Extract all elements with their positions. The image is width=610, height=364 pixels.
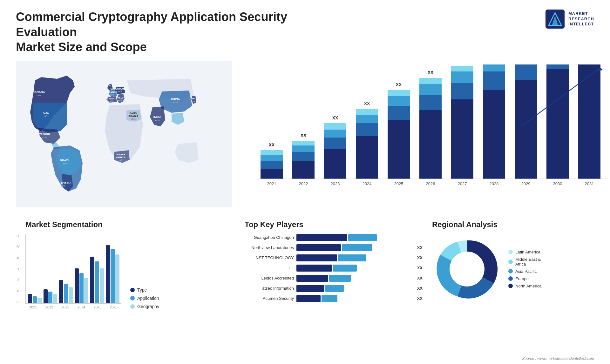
- svg-text:XX: XX: [396, 82, 402, 87]
- svg-text:xx%: xx%: [60, 185, 65, 187]
- key-players-section: Top Key Players Guangzhou Chinagdn North…: [241, 217, 426, 312]
- regional-title: Regional Analysis: [432, 220, 610, 229]
- svg-text:XX: XX: [269, 142, 275, 147]
- player-bar-dark: [296, 234, 347, 241]
- svg-text:xx%: xx%: [108, 100, 112, 102]
- dot-middle-east: [508, 260, 513, 264]
- svg-text:SOUTH: SOUTH: [116, 153, 125, 156]
- svg-rect-46: [292, 145, 315, 152]
- svg-text:xx%: xx%: [107, 87, 111, 90]
- svg-text:U.S.: U.S.: [43, 111, 49, 114]
- svg-text:FRANCE: FRANCE: [107, 91, 118, 94]
- brand-logo-text: MARKET RESEARCH INTELLECT: [568, 11, 594, 27]
- page-container: Commercial Cryptography Application Secu…: [0, 0, 610, 364]
- svg-text:2025: 2025: [394, 181, 403, 186]
- svg-rect-52: [324, 130, 346, 138]
- donut-chart-svg: [432, 234, 502, 304]
- svg-rect-82: [483, 71, 505, 90]
- bottom-right-area: Top Key Players Guangzhou Chinagdn North…: [238, 217, 610, 312]
- svg-rect-41: [261, 150, 283, 155]
- svg-rect-58: [356, 115, 378, 123]
- svg-point-103: [450, 252, 485, 286]
- svg-rect-77: [451, 66, 473, 71]
- svg-text:2022: 2022: [299, 181, 308, 186]
- svg-text:2028: 2028: [490, 181, 499, 186]
- svg-rect-56: [356, 136, 378, 179]
- svg-rect-69: [419, 95, 442, 110]
- logo-block: MARKET RESEARCH INTELLECT: [546, 10, 594, 29]
- svg-rect-64: [388, 96, 410, 106]
- svg-rect-62: [388, 120, 410, 179]
- donut-legend: Latin America Middle East &Africa Asia P…: [508, 250, 541, 288]
- svg-text:2024: 2024: [363, 181, 372, 186]
- svg-rect-40: [261, 155, 283, 161]
- svg-rect-68: [419, 110, 442, 179]
- dot-asia-pacific: [508, 269, 513, 273]
- player-row-atsec: atsec Information XX: [245, 285, 423, 292]
- source-text: Source : www.marketresearchintellect.com: [522, 356, 594, 361]
- svg-text:AFRICA: AFRICA: [116, 156, 125, 159]
- trend-arrow-svg: [518, 64, 607, 128]
- svg-text:CANADA: CANADA: [33, 91, 45, 94]
- key-players-title: Top Key Players: [245, 220, 423, 229]
- svg-rect-65: [388, 90, 410, 96]
- svg-text:2029: 2029: [521, 181, 531, 186]
- legend-item-type: Type: [130, 287, 159, 293]
- player-row-guangzhou: Guangzhou Chinagdn: [245, 234, 423, 241]
- player-row-leidos: Leidos Accredited XX: [245, 275, 423, 282]
- svg-text:JAPAN: JAPAN: [189, 97, 198, 100]
- svg-text:U.K.: U.K.: [107, 84, 112, 87]
- bar-chart-section: XX 2021 XX 2022 XX: [238, 61, 610, 211]
- svg-rect-81: [483, 90, 505, 179]
- donut-container: Latin America Middle East &Africa Asia P…: [432, 234, 610, 304]
- svg-text:xx%: xx%: [131, 118, 135, 120]
- svg-rect-38: [261, 169, 283, 179]
- regional-section: Regional Analysis: [429, 217, 610, 312]
- svg-text:2027: 2027: [458, 181, 467, 186]
- legend-item-geography: Geography: [130, 304, 159, 309]
- legend-europe: Europe: [508, 276, 541, 281]
- player-row-northview: Northview Laboratories XX: [245, 244, 423, 251]
- svg-rect-45: [292, 152, 315, 161]
- brand-logo-icon: [546, 10, 565, 29]
- svg-text:xx%: xx%: [63, 162, 67, 165]
- svg-text:XX: XX: [301, 133, 307, 138]
- svg-rect-53: [324, 123, 346, 130]
- segmentation-section: Market Segmentation 0 10 20 30 40 50 60: [16, 217, 232, 312]
- svg-text:2026: 2026: [426, 181, 435, 186]
- svg-text:xx%: xx%: [118, 99, 122, 102]
- player-row-nst: NST TECHNOLOGY XX: [245, 254, 423, 261]
- svg-rect-70: [419, 84, 442, 95]
- legend-dot-application: [130, 296, 135, 300]
- svg-rect-59: [356, 109, 378, 115]
- segmentation-title: Market Segmentation: [25, 220, 229, 229]
- svg-text:INDIA: INDIA: [153, 115, 161, 118]
- svg-text:xx%: xx%: [110, 94, 114, 96]
- legend-middle-east: Middle East &Africa: [508, 257, 541, 266]
- svg-text:ARGENTINA: ARGENTINA: [54, 181, 71, 184]
- svg-text:2030: 2030: [553, 181, 562, 186]
- svg-text:2031: 2031: [585, 181, 594, 186]
- dot-europe: [508, 276, 513, 281]
- map-section: CANADA xx% U.S. xx% MEXICO xx% BRAZIL xx…: [16, 61, 232, 211]
- svg-text:ITALY: ITALY: [117, 97, 124, 99]
- title-block: Commercial Cryptography Application Secu…: [16, 10, 302, 55]
- svg-text:SPAIN: SPAIN: [107, 97, 114, 100]
- svg-text:xx%: xx%: [42, 136, 47, 139]
- svg-rect-74: [451, 99, 473, 179]
- legend-item-application: Application: [130, 296, 159, 301]
- legend-asia-pacific: Asia Pacific: [508, 269, 541, 274]
- world-map-svg: CANADA xx% U.S. xx% MEXICO xx% BRAZIL xx…: [16, 61, 232, 207]
- svg-text:xx%: xx%: [44, 115, 48, 118]
- svg-text:ARABIA: ARABIA: [128, 115, 138, 118]
- svg-rect-75: [451, 83, 473, 99]
- svg-rect-47: [292, 141, 315, 145]
- svg-text:XX: XX: [364, 101, 370, 106]
- svg-text:xx%: xx%: [191, 100, 195, 103]
- svg-text:xx%: xx%: [173, 101, 178, 104]
- page-title: Commercial Cryptography Application Secu…: [16, 10, 302, 55]
- svg-text:xx%: xx%: [118, 90, 122, 92]
- player-row-ul: UL XX: [245, 265, 423, 272]
- svg-rect-51: [324, 138, 346, 149]
- header: Commercial Cryptography Application Secu…: [16, 10, 594, 55]
